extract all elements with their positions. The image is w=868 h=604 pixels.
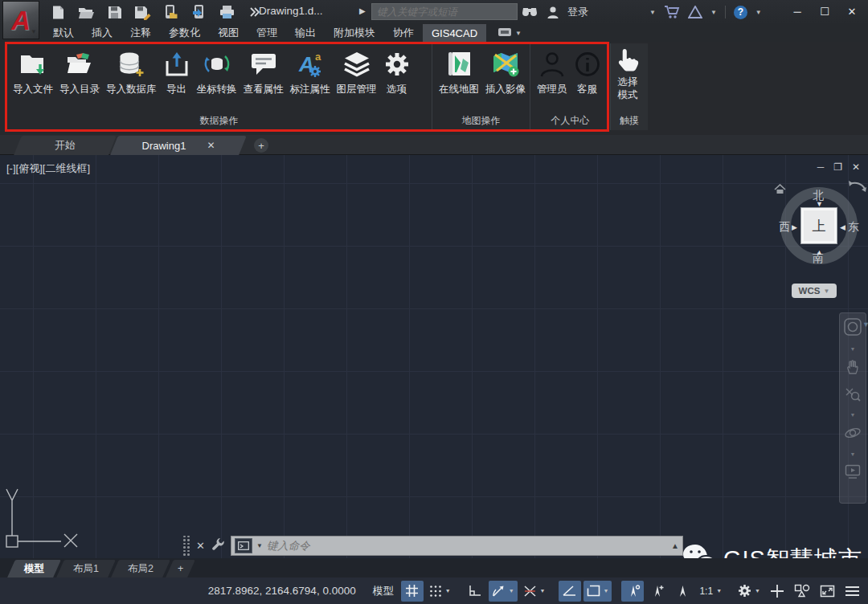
workspace-caret-icon[interactable]: ▼ [755,588,760,594]
viewcube[interactable]: 北 南 西 东 ▼ ▲ ▶ ◀ 上 WCS▼ ▼ [768,178,868,306]
import-database-button[interactable]: 导入数据库 [103,47,160,98]
osnap-toggle[interactable] [559,581,581,602]
tab-close-icon[interactable]: ✕ [207,140,215,151]
navbar-caret2-icon[interactable]: ▼ [850,412,856,418]
command-input-box[interactable]: ▼ ▲ [231,536,683,556]
annotation-scale-value[interactable]: 1:1▼ [696,581,725,602]
file-tab-drawing1[interactable]: Drawing1 ✕ [114,136,243,155]
layer-manage-button[interactable]: 图层管理 [334,47,380,98]
add-layout-tab[interactable]: + [170,560,191,577]
command-close-icon[interactable]: ✕ [196,540,205,552]
login-label[interactable]: 登录 [567,5,588,19]
group-label-personal[interactable]: 个人中心 [530,112,610,130]
command-history-caret-icon[interactable]: ▼ [256,542,263,549]
command-input[interactable] [267,540,664,552]
new-file-icon[interactable] [48,2,68,22]
save-icon[interactable] [104,2,124,22]
drawing-canvas[interactable]: [-][俯视][二维线框] ─ ❐ ✕ 北 南 西 东 ▼ ▲ ▶ ◀ 上 WC… [0,155,868,558]
layout1-tab[interactable]: 布局1 [60,560,112,577]
view-attributes-button[interactable]: 查看属性 [240,47,287,98]
plot-icon[interactable] [217,2,236,22]
isolate-objects-button[interactable] [791,581,813,602]
tab-insert[interactable]: 插入 [83,24,121,42]
navbar-caret-icon[interactable]: ▼ [850,346,856,352]
help-caret-icon[interactable]: ▼ [755,9,762,16]
search-box[interactable] [371,3,518,20]
osnap-tracking-toggle[interactable]: ▼ [520,581,549,602]
cube-arrow-right-icon[interactable]: ◀ [840,223,845,231]
viewport-controls-label[interactable]: [-][俯视][二维线框] [6,161,90,176]
fullscreen-button[interactable] [816,581,838,602]
service-button[interactable]: 客服 [571,47,604,98]
group-label-data-ops[interactable]: 数据操作 [6,112,432,130]
cube-arrow-down-icon[interactable]: ▲ [816,248,823,256]
tab-manage[interactable]: 管理 [248,24,286,42]
model-space-button[interactable]: 模型 [368,581,399,602]
zoom-magnifier-icon[interactable] [845,386,861,405]
ortho-toggle[interactable] [464,581,486,602]
ribbon-display-icon[interactable] [497,26,512,40]
save-as-icon[interactable] [133,2,152,22]
viewport-close-icon[interactable]: ✕ [852,161,860,173]
help-icon[interactable]: ? [734,6,747,19]
orbit-icon[interactable] [844,425,862,444]
viewcube-home-icon[interactable] [774,184,786,197]
grid-toggle[interactable] [401,581,424,602]
annotate-attributes-button[interactable]: Aa 标注属性 [287,47,334,98]
showmotion-icon[interactable] [845,464,861,482]
cart-icon[interactable] [664,2,680,22]
cube-arrow-up-icon[interactable]: ▼ [816,200,823,208]
admin-button[interactable]: 管理员 [534,47,571,98]
viewport-minimize-icon[interactable]: ─ [817,161,825,173]
command-prompt-icon[interactable] [235,538,252,553]
workspace-gear-button[interactable]: ▼ [735,581,764,602]
snap-toggle[interactable]: ▼ [426,581,454,602]
new-tab-button[interactable]: + [254,138,268,153]
annotation-visibility-toggle[interactable] [621,581,644,602]
compass-east-label[interactable]: 东 [848,220,859,235]
group-label-map-ops[interactable]: 地图操作 [432,112,530,130]
maximize-button[interactable]: ☐ [813,0,836,22]
search-binoculars-icon[interactable] [521,2,538,22]
tab-annotate[interactable]: 注释 [121,24,160,42]
tab-collaborate[interactable]: 协作 [384,24,423,42]
navbar-caret3-icon[interactable]: ▼ [850,451,856,457]
coordinates-display[interactable]: 2817.8962, 2164.6794, 0.0000 [208,585,356,597]
navigation-bar[interactable]: ▼ ▼ ▼ [839,312,866,504]
tab-view[interactable]: 视图 [209,24,248,42]
app-menu-button[interactable]: A ▼ [2,1,39,39]
import-folder-button[interactable]: 导入目录 [56,47,103,98]
snap-caret-icon[interactable]: ▼ [445,588,451,594]
tab-parametric[interactable]: 参数化 [160,24,209,42]
title-arrow-icon[interactable]: ▶ [359,6,366,15]
cube-arrow-left-icon[interactable]: ▶ [792,223,797,231]
viewcube-rotate-icon[interactable] [847,179,868,203]
close-button[interactable]: ✕ [841,0,863,22]
export-button[interactable]: 导出 [160,47,194,98]
wcs-dropdown[interactable]: WCS▼ [792,284,837,298]
open-from-mobile-icon[interactable] [161,2,180,22]
layout2-tab[interactable]: 布局2 [115,560,166,577]
save-to-mobile-icon[interactable] [189,2,208,22]
crosshair-plus-button[interactable] [766,581,788,602]
tab-output[interactable]: 输出 [286,24,325,42]
autodesk-app-icon[interactable] [688,2,702,22]
viewcube-top-face[interactable]: 上 [801,208,837,243]
user-icon[interactable] [547,2,559,22]
tab-gis4cad[interactable]: GIS4CAD [423,24,486,42]
select-mode-button[interactable]: 选择模式 [616,47,640,101]
online-map-button[interactable]: 在线地图 [436,47,482,98]
polar-tracking-toggle[interactable]: ▼ [489,581,518,602]
coordinate-convert-button[interactable]: 坐标转换 [194,47,240,98]
command-wrench-icon[interactable] [211,537,224,553]
tab-default[interactable]: 默认 [44,24,83,42]
steering-wheel-icon[interactable] [844,318,862,339]
dynamic-input-toggle[interactable]: ▼ [583,581,612,602]
pan-hand-icon[interactable] [845,359,861,378]
tab-addins[interactable]: 附加模块 [325,24,384,42]
annotation-autoscale-toggle[interactable] [646,581,669,602]
polar-caret-icon[interactable]: ▼ [509,588,514,594]
ribbon-display-caret-icon[interactable]: ▼ [515,30,522,37]
viewport-restore-icon[interactable]: ❐ [833,161,842,173]
open-folder-icon[interactable] [76,2,96,22]
